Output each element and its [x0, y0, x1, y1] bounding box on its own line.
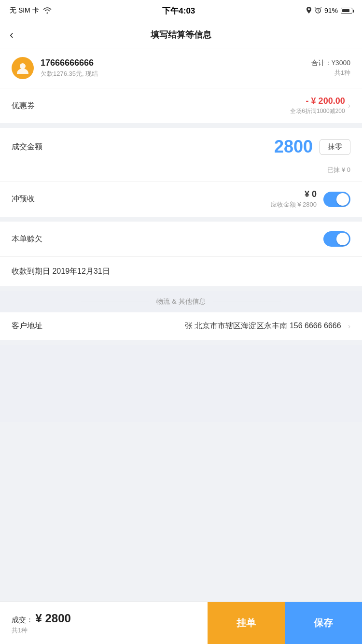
- coupon-values: - ¥ 200.00 全场6折满1000减200: [290, 96, 345, 115]
- bottom-deal-label: 成交：: [12, 616, 33, 624]
- customer-sub: 欠款1276.35元, 现结: [41, 70, 98, 78]
- no-sim-text: 无 SIM 卡: [10, 6, 39, 15]
- bottom-deal-amount: ¥ 2800: [35, 612, 70, 625]
- coupon-amount: - ¥ 200.00: [290, 96, 345, 106]
- wifi-icon: [43, 7, 52, 15]
- total-label: 合计：¥3000: [311, 59, 350, 68]
- debt-row: 本单赊欠: [0, 222, 362, 256]
- precollect-amount: ¥ 0: [271, 189, 317, 199]
- duedate-text: 收款到期日 2019年12月31日: [12, 267, 110, 275]
- status-time: 下午4:03: [162, 5, 195, 16]
- bottom-summary: 成交： ¥ 2800 共1种: [0, 612, 208, 635]
- duedate-row: 收款到期日 2019年12月31日: [0, 256, 362, 286]
- content: 17666666666 欠款1276.35元, 现结 合计：¥3000 共1种 …: [0, 48, 362, 465]
- precollect-row: 冲预收 ¥ 0 应收金额 ¥ 2800: [0, 181, 362, 217]
- deal-sub: 已抹 ¥ 0: [0, 166, 362, 181]
- coupon-right-area: - ¥ 200.00 全场6折满1000减200 ›: [290, 96, 350, 115]
- customer-left: 17666666666 欠款1276.35元, 现结: [12, 57, 98, 79]
- status-right: 91%: [306, 7, 352, 15]
- coupon-desc: 全场6折满1000减200: [290, 107, 345, 115]
- alarm-icon: [315, 7, 321, 15]
- divider-line-right: [213, 302, 281, 302]
- precollect-sub: 应收金额 ¥ 2800: [271, 200, 317, 209]
- customer-card: 17666666666 欠款1276.35元, 现结 合计：¥3000 共1种 …: [0, 48, 362, 123]
- coupon-chevron-icon: ›: [348, 101, 350, 110]
- precollect-values: ¥ 0 应收金额 ¥ 2800: [271, 189, 317, 209]
- round-button[interactable]: 抹零: [320, 139, 350, 155]
- customer-row: 17666666666 欠款1276.35元, 现结 合计：¥3000 共1种: [0, 48, 362, 88]
- deal-label: 成交金额: [12, 142, 42, 152]
- precollect-toggle[interactable]: [323, 192, 350, 207]
- deal-value: 2800: [274, 137, 313, 157]
- address-chevron-icon: ›: [348, 322, 350, 331]
- address-right: 张 北京市市辖区海淀区永丰南 156 6666 6666 ›: [52, 321, 350, 331]
- debt-toggle[interactable]: [323, 231, 350, 247]
- debt-card: 本单赊欠 收款到期日 2019年12月31日: [0, 222, 362, 286]
- save-button[interactable]: 保存: [285, 602, 362, 644]
- location-icon: [306, 7, 312, 15]
- debt-label: 本单赊欠: [12, 234, 42, 244]
- battery-text: 91%: [324, 7, 338, 14]
- customer-totals: 合计：¥3000 共1种: [311, 59, 350, 77]
- deal-section: 成交金额 2800 抹零 已抹 ¥ 0 冲预收 ¥ 0 应收金额 ¥ 2800: [0, 128, 362, 217]
- hang-button[interactable]: 挂单: [208, 602, 285, 644]
- coupon-row[interactable]: 优惠券 - ¥ 200.00 全场6折满1000减200 ›: [0, 88, 362, 123]
- bottom-deal-count: 共1种: [12, 626, 196, 635]
- customer-info: 17666666666 欠款1276.35元, 现结: [41, 58, 98, 78]
- address-card: 客户地址 张 北京市市辖区海淀区永丰南 156 6666 6666 ›: [0, 312, 362, 340]
- nav-bar: ‹ 填写结算等信息: [0, 21, 362, 48]
- precollect-label: 冲预收: [12, 194, 35, 204]
- deal-amount-row: 成交金额 2800 抹零: [0, 128, 362, 166]
- bottom-bar: 成交： ¥ 2800 共1种 挂单 保存: [0, 602, 362, 644]
- precollect-right: ¥ 0 应收金额 ¥ 2800: [271, 189, 350, 209]
- address-label: 客户地址: [12, 321, 42, 331]
- address-row[interactable]: 客户地址 张 北京市市辖区海淀区永丰南 156 6666 6666 ›: [0, 312, 362, 340]
- battery-icon: [341, 8, 352, 14]
- deal-amount-right: 2800 抹零: [274, 137, 350, 157]
- bottom-actions: 挂单 保存: [208, 602, 362, 644]
- divider-text: 物流 & 其他信息: [156, 297, 205, 306]
- back-button[interactable]: ‹: [10, 28, 14, 42]
- svg-point-1: [20, 63, 26, 69]
- divider-line-left: [81, 302, 149, 302]
- coupon-label: 优惠券: [12, 101, 35, 111]
- status-left: 无 SIM 卡: [10, 6, 52, 15]
- section-divider: 物流 & 其他信息: [0, 291, 362, 312]
- page-title: 填写结算等信息: [151, 29, 211, 41]
- status-bar: 无 SIM 卡 下午4:03 91%: [0, 0, 362, 21]
- customer-phone: 17666666666: [41, 58, 98, 68]
- total-count: 共1种: [311, 69, 350, 77]
- avatar: [12, 57, 34, 79]
- address-value: 张 北京市市辖区海淀区永丰南 156 6666 6666: [185, 321, 341, 331]
- empty-area: [0, 345, 362, 422]
- bottom-deal-row: 成交： ¥ 2800: [12, 612, 196, 625]
